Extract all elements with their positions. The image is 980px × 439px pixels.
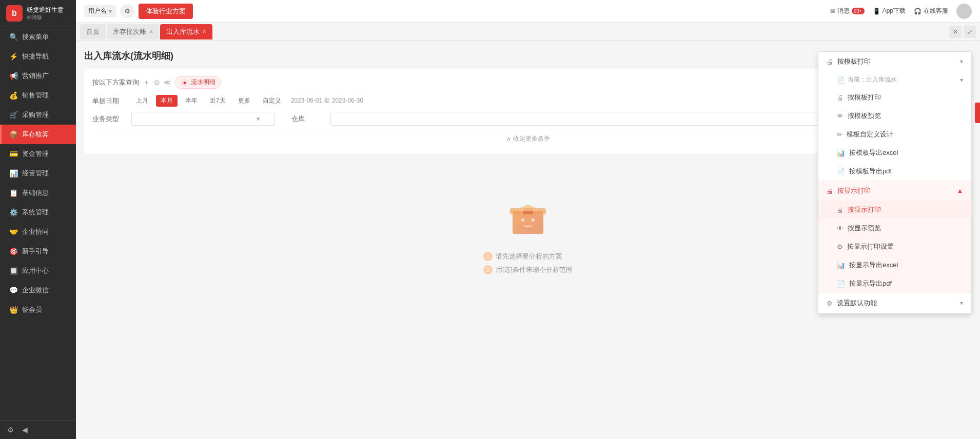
filter-collapse-btn[interactable]: ≪ <box>164 78 171 86</box>
finance-icon: 💳 <box>9 150 18 158</box>
empty-tips: 1 请先选择要分析的方案 2 用[选]条件来缩小分析范围 <box>483 252 573 274</box>
pdf-icon: 📄 <box>837 168 845 175</box>
gear-icon: ⚙ <box>124 7 130 15</box>
sidebar-item-purchase[interactable]: 🛒 采购管理 <box>0 105 76 125</box>
display-preview-item[interactable]: 👁 按显示预览 <box>818 219 971 237</box>
template-customize-item[interactable]: ✏ 模板自定义设计 <box>818 125 971 144</box>
display-print-section-header[interactable]: 🖨 按显示打印 ▲ <box>818 181 971 201</box>
wechat-icon: 💬 <box>9 286 18 294</box>
filter-biz-type-label: 业务类型 <box>92 114 123 124</box>
sidebar-item-search[interactable]: 🔍 搜索菜单 <box>0 27 76 47</box>
message-icon: ✉ <box>830 8 835 15</box>
industry-solution-btn[interactable]: 体验行业方案 <box>139 4 193 19</box>
settings-gear-btn[interactable]: ⚙ <box>120 4 134 18</box>
tab-batch-close[interactable]: × <box>149 28 153 35</box>
date-btn-this-year[interactable]: 本年 <box>181 95 202 107</box>
app-center-icon: 🔲 <box>9 267 18 275</box>
sidebar-item-marketing[interactable]: 📢 营销推广 <box>0 66 76 86</box>
tab-home[interactable]: 首页 <box>80 24 106 39</box>
sales-icon: 💰 <box>9 91 18 99</box>
display-settings-icon: ⚙ <box>837 243 843 251</box>
filter-date-label: 单据日期 <box>92 96 123 106</box>
member-icon: 👑 <box>9 306 18 314</box>
sidebar-item-member[interactable]: 👑 畅会员 <box>0 300 76 320</box>
defaults-section-arrow: ▾ <box>960 300 963 307</box>
display-section-arrow: ▲ <box>957 187 963 194</box>
phone-icon: 📱 <box>873 8 880 15</box>
header-right: ✉ 消息 99+ 📱 App下载 🎧 在线客服 <box>830 4 972 19</box>
dropdown-section-display: 🖨 按显示打印 ▲ 🖨 按显示打印 👁 按显示预览 ⚙ 按显示打印设置 📊 按显… <box>818 181 971 293</box>
tab-flow[interactable]: 出入库流水 × <box>160 24 212 39</box>
sidebar-item-app-center[interactable]: 🔲 应用中心 <box>0 261 76 281</box>
template-print-action-item[interactable]: 🖨 按模板打印 <box>818 88 971 107</box>
sidebar-item-system[interactable]: ⚙️ 系统管理 <box>0 203 76 222</box>
svg-point-5 <box>532 218 535 222</box>
filter-section-label: 按以下方案查询 <box>92 78 139 87</box>
date-btn-last-month[interactable]: 上月 <box>131 95 153 107</box>
display-export-pdf-item[interactable]: 📄 按显示导出pdf <box>818 274 971 293</box>
sidebar-item-enterprise[interactable]: 🤝 企业协同 <box>0 222 76 242</box>
search-icon: 🔍 <box>9 33 18 41</box>
message-btn[interactable]: ✉ 消息 99+ <box>830 7 865 15</box>
enterprise-icon: 🤝 <box>9 228 18 236</box>
sidebar-item-basic[interactable]: 📋 基础信息 <box>0 183 76 203</box>
sidebar-item-inventory[interactable]: 📦 库存核算 <box>0 125 76 144</box>
biz-type-select[interactable]: ▾ <box>131 112 275 126</box>
date-btn-more[interactable]: 更多 <box>233 95 255 107</box>
sidebar-item-wechat[interactable]: 💬 企业微信 <box>0 281 76 300</box>
header-left: 用户名 ▾ ⚙ 体验行业方案 <box>84 4 193 19</box>
sidebar-item-finance[interactable]: 💳 资金管理 <box>0 144 76 164</box>
date-shortcuts: 上月 本月 本年 近7天 更多 自定义 2023-06-01 至 2023-06… <box>131 95 363 107</box>
user-dropdown-icon: ▾ <box>109 8 112 15</box>
close-tab-btn[interactable]: ✕ <box>949 26 962 38</box>
template-section-arrow: ▾ <box>960 58 963 65</box>
sidebar-item-operations[interactable]: 📊 经营管理 <box>0 164 76 183</box>
sidebar-item-quick-nav[interactable]: ⚡ 快捷导航 <box>0 47 76 66</box>
headset-icon: 🎧 <box>914 8 922 15</box>
quick-nav-icon: ⚡ <box>9 52 18 61</box>
template-preview-item[interactable]: 👁 按模板预览 <box>818 107 971 125</box>
display-excel-icon: 📊 <box>837 262 845 269</box>
display-print-settings-item[interactable]: ⚙ 按显示打印设置 <box>818 237 971 256</box>
sidebar: b 畅捷通好生意 标准版 🔍 搜索菜单 ⚡ 快捷导航 📢 营销推广 💰 销售管理… <box>0 0 76 439</box>
online-service-btn[interactable]: 🎧 在线客服 <box>914 7 948 15</box>
dropdown-section-template: 🖨 按模板打印 ▾ 📄 当前：出入库流水 ▾ 🖨 按模板打印 👁 按模板预览 <box>818 52 971 181</box>
svg-marker-3 <box>513 205 543 211</box>
date-btn-7days[interactable]: 近7天 <box>205 95 230 107</box>
user-selector[interactable]: 用户名 ▾ <box>84 5 116 17</box>
collapse-sidebar-btn[interactable]: ◀ <box>22 426 28 434</box>
sidebar-nav: 🔍 搜索菜单 ⚡ 快捷导航 📢 营销推广 💰 销售管理 🛒 采购管理 📦 库存核… <box>0 27 76 420</box>
empty-illustration <box>502 190 554 242</box>
maximize-btn[interactable]: ⤢ <box>964 26 976 38</box>
tabs-actions: ✕ ⤢ <box>949 26 976 38</box>
tab-batch[interactable]: 库存批次账 × <box>107 24 159 39</box>
right-edge-indicator <box>975 103 980 123</box>
filter-add-btn[interactable]: ＋ <box>143 78 150 87</box>
default-settings-section-header[interactable]: ⚙ 设置默认功能 ▾ <box>818 293 971 313</box>
template-print-section-header[interactable]: 🖨 按模板打印 ▾ <box>818 52 971 71</box>
date-btn-this-month[interactable]: 本月 <box>156 95 178 107</box>
display-print-action-item[interactable]: 🖨 按显示打印 <box>818 201 971 219</box>
message-badge: 99+ <box>852 8 865 14</box>
page-title: 出入库流水(流水明细) <box>84 50 173 62</box>
display-export-excel-item[interactable]: 📊 按显示导出excel <box>818 256 971 274</box>
filter-settings-btn[interactable]: ⊙ <box>154 78 160 86</box>
settings-footer-btn[interactable]: ⚙ <box>7 426 14 434</box>
template-print-icon: 🖨 <box>837 94 844 102</box>
avatar[interactable] <box>956 4 972 19</box>
app-download-btn[interactable]: 📱 App下载 <box>873 7 906 15</box>
sidebar-item-sales[interactable]: 💰 销售管理 <box>0 86 76 105</box>
operations-icon: 📊 <box>9 169 18 177</box>
date-btn-custom[interactable]: 自定义 <box>258 95 286 107</box>
sidebar-item-guide[interactable]: 🎯 新手引导 <box>0 242 76 261</box>
tab-flow-close[interactable]: × <box>203 28 206 35</box>
template-export-excel-item[interactable]: 📊 按模板导出excel <box>818 144 971 162</box>
current-arrow-icon: ▾ <box>960 76 963 84</box>
current-template-icon: 📄 <box>837 76 845 84</box>
template-export-pdf-item[interactable]: 📄 按模板导出pdf <box>818 162 971 181</box>
biz-type-arrow-icon: ▾ <box>257 115 260 123</box>
date-range-display: 2023-06-01 至 2023-06-30 <box>291 96 363 105</box>
filter-chip[interactable]: ● 流水明细 <box>175 76 221 89</box>
print-dropdown-panel: 🖨 按模板打印 ▾ 📄 当前：出入库流水 ▾ 🖨 按模板打印 👁 按模板预览 <box>818 51 972 314</box>
brand-name: 畅捷通好生意 标准版 <box>27 6 64 21</box>
